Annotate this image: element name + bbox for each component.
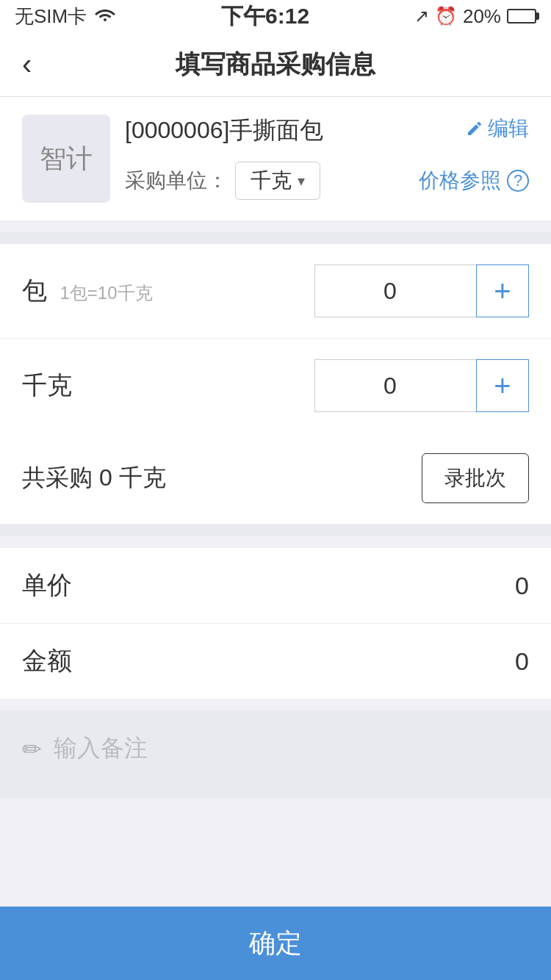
- section-divider-1: [0, 232, 551, 244]
- back-button[interactable]: ‹: [22, 48, 32, 81]
- price-section: 单价 0 金额 0: [0, 548, 551, 699]
- notes-icon: ✏: [22, 735, 42, 763]
- kg-input[interactable]: [314, 359, 476, 412]
- unit-price-row: 单价 0: [0, 548, 551, 624]
- product-name-row: [0000006]手撕面包 编辑: [125, 115, 529, 147]
- price-ref-icon: ?: [507, 170, 529, 192]
- record-batch-button[interactable]: 录批次: [422, 453, 529, 503]
- unit-select[interactable]: 千克 ▾: [235, 162, 320, 200]
- kg-row: 千克 +: [0, 339, 551, 433]
- wifi-icon: [94, 5, 116, 28]
- bottom-spacer: [0, 799, 551, 887]
- notes-placeholder: 输入备注: [54, 732, 148, 765]
- total-label: 共采购 0 千克: [22, 462, 166, 494]
- confirm-button[interactable]: 确定: [0, 907, 551, 980]
- status-bar: 无SIM卡 下午6:12 ↗ ⏰ 20%: [0, 0, 551, 32]
- status-left: 无SIM卡: [15, 4, 116, 29]
- pack-label: 包 1包=10千克: [22, 274, 169, 308]
- product-info: [0000006]手撕面包 编辑 采购单位： 千克 ▾ 价格参照 ?: [125, 115, 529, 200]
- purchase-unit-label: 采购单位：: [125, 167, 228, 195]
- amount-row: 金额 0: [0, 624, 551, 699]
- quantity-section: 包 1包=10千克 + 千克 +: [0, 244, 551, 433]
- product-name: [0000006]手撕面包: [125, 115, 323, 147]
- battery-percent: 20%: [463, 5, 501, 28]
- status-right: ↗ ⏰ 20%: [414, 5, 536, 28]
- carrier-text: 无SIM卡: [15, 4, 87, 29]
- dropdown-icon: ▾: [298, 172, 305, 190]
- product-logo: 智计: [40, 143, 93, 174]
- pack-row: 包 1包=10千克 +: [0, 244, 551, 339]
- pack-sublabel: 1包=10千克: [60, 283, 152, 303]
- unit-price-value: 0: [515, 572, 529, 600]
- kg-plus-button[interactable]: +: [476, 359, 529, 412]
- pack-input[interactable]: [314, 264, 476, 317]
- alarm-icon: ⏰: [435, 6, 457, 26]
- location-icon: ↗: [414, 6, 429, 26]
- purchase-unit-row: 采购单位： 千克 ▾ 价格参照 ?: [125, 162, 529, 200]
- product-card: 智计 [0000006]手撕面包 编辑 采购单位： 千克 ▾ 价格参照 ?: [0, 97, 551, 220]
- status-time: 下午6:12: [221, 1, 309, 32]
- amount-label: 金额: [22, 644, 72, 678]
- price-ref-button[interactable]: 价格参照 ?: [419, 167, 529, 195]
- pack-plus-button[interactable]: +: [476, 264, 529, 317]
- notes-section[interactable]: ✏ 输入备注: [0, 710, 551, 799]
- edit-button[interactable]: 编辑: [466, 115, 529, 143]
- nav-bar: ‹ 填写商品采购信息: [0, 32, 551, 97]
- kg-control: +: [169, 359, 529, 412]
- pack-control: +: [169, 264, 529, 317]
- page-title: 填写商品采购信息: [176, 48, 375, 82]
- total-row: 共采购 0 千克 录批次: [0, 433, 551, 525]
- section-divider-2: [0, 525, 551, 536]
- unit-price-label: 单价: [22, 569, 72, 602]
- amount-value: 0: [515, 647, 529, 676]
- product-image: 智计: [22, 115, 110, 203]
- kg-label: 千克: [22, 369, 169, 403]
- battery-icon: [507, 9, 536, 24]
